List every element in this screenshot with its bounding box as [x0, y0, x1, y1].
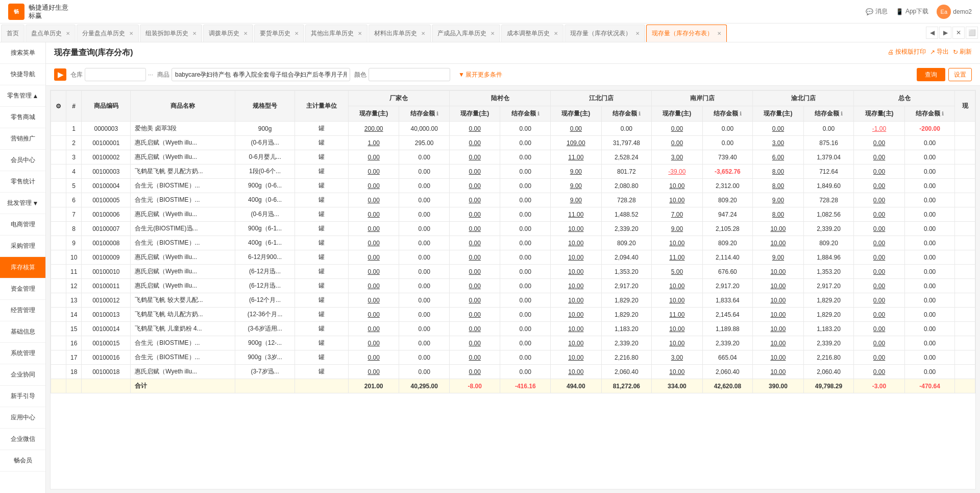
td-factory-qty[interactable]: 0.00 — [348, 265, 399, 279]
tab-close-icon[interactable]: ✕ — [129, 31, 133, 36]
td-jiangbei-qty[interactable]: 9.00 — [551, 179, 601, 193]
td-jiangbei-qty[interactable]: 10.00 — [551, 236, 601, 250]
td-total-qty[interactable]: 0.00 — [854, 179, 904, 193]
td-jiangbei-qty[interactable]: 11.00 — [551, 207, 601, 222]
td-total-qty[interactable]: 0.00 — [854, 336, 904, 350]
td-total-qty[interactable]: 0.00 — [854, 322, 904, 336]
td-total-qty[interactable]: 0.00 — [854, 365, 904, 379]
td-nanan-qty[interactable]: 10.00 — [652, 279, 702, 293]
td-nanan-qty[interactable]: 10.00 — [652, 179, 702, 193]
td-factory-qty[interactable]: 1.00 — [348, 136, 399, 150]
info-icon[interactable]: ℹ — [740, 111, 742, 116]
td-factory-qty[interactable]: 0.00 — [348, 350, 399, 365]
td-total-qty[interactable]: 0.00 — [854, 250, 904, 265]
tab-assemble[interactable]: 组装拆卸单历史 ✕ — [140, 25, 202, 42]
td-yubei-qty[interactable]: 10.00 — [753, 350, 803, 365]
sidebar-item-nav[interactable]: 快捷导航 — [0, 64, 45, 85]
td-yubei-qty[interactable]: 10.00 — [753, 322, 803, 336]
td-jiangbei-qty[interactable]: 9.00 — [551, 165, 601, 179]
td-factory-qty[interactable]: 0.00 — [348, 322, 399, 336]
tab-home[interactable]: 首页 — [1, 25, 24, 42]
td-yubei-qty[interactable]: 8.00 — [753, 165, 803, 179]
tab-close-icon[interactable]: ✕ — [358, 31, 362, 36]
tab-other-out[interactable]: 其他出库单历史 ✕ — [305, 25, 368, 42]
sidebar-item-retail-store[interactable]: 零售商城 — [0, 107, 45, 128]
color-input[interactable] — [369, 68, 450, 81]
td-jiangbei-qty[interactable]: 10.00 — [551, 265, 601, 279]
td-lu-qty[interactable]: 0.00 — [449, 236, 500, 250]
sidebar-item-finance[interactable]: 资金管理 — [0, 278, 45, 300]
sidebar-item-app-center[interactable]: 应用中心 — [0, 407, 45, 429]
td-lu-qty[interactable]: 0.00 — [449, 150, 500, 165]
td-lu-qty[interactable]: 0.00 — [449, 279, 500, 293]
sidebar-item-purchase[interactable]: 采购管理 — [0, 236, 45, 257]
info-icon[interactable]: ℹ — [942, 111, 944, 116]
tab-transfer[interactable]: 调拨单历史 ✕ — [203, 25, 253, 42]
td-yubei-qty[interactable]: 8.00 — [753, 179, 803, 193]
td-lu-qty[interactable]: 0.00 — [449, 265, 500, 279]
table-container[interactable]: ⚙ # 商品编码 商品名称 规格型号 主计量单位 厂家仓 陆村仓 江北门店 南岸… — [50, 90, 976, 489]
td-yubei-qty[interactable]: 10.00 — [753, 308, 803, 322]
td-factory-qty[interactable]: 0.00 — [348, 236, 399, 250]
tab-close-icon[interactable]: ✕ — [192, 31, 197, 36]
product-input[interactable] — [172, 68, 350, 81]
td-nanan-qty[interactable]: 10.00 — [652, 293, 702, 308]
sidebar-item-system[interactable]: 系统管理 — [0, 343, 45, 364]
td-total-qty[interactable]: 0.00 — [854, 222, 904, 236]
td-jiangbei-qty[interactable]: 10.00 — [551, 350, 601, 365]
export-btn[interactable]: ↗ 导出 — [930, 48, 949, 56]
td-total-qty[interactable]: 0.00 — [854, 265, 904, 279]
tab-close-icon[interactable]: ✕ — [554, 31, 558, 36]
td-nanan-qty[interactable]: 11.00 — [652, 308, 702, 322]
sidebar-item-inventory[interactable]: 库存核算 — [0, 257, 45, 278]
td-lu-qty[interactable]: 0.00 — [449, 136, 500, 150]
td-factory-qty[interactable]: 0.00 — [348, 365, 399, 379]
td-jiangbei-qty[interactable]: 10.00 — [551, 322, 601, 336]
sidebar-item-enterprise[interactable]: 企业协同 — [0, 364, 45, 386]
filter-toggle-btn[interactable]: ▶ — [54, 68, 66, 81]
td-lu-qty[interactable]: 0.00 — [449, 365, 500, 379]
td-total-qty[interactable]: 0.00 — [854, 193, 904, 207]
td-total-qty[interactable]: 0.00 — [854, 150, 904, 165]
td-lu-qty[interactable]: 0.00 — [449, 308, 500, 322]
message-btn[interactable]: 💬 消息 — [866, 7, 888, 16]
sidebar-item-weixin[interactable]: 企业微信 — [0, 429, 45, 450]
sidebar-item-retail[interactable]: 零售管理 ▲ — [0, 85, 45, 107]
expand-more-btn[interactable]: ▼ 展开更多条件 — [458, 71, 502, 79]
tab-material-out[interactable]: 材料出库单历史 ✕ — [369, 25, 431, 42]
td-yubei-qty[interactable]: 8.00 — [753, 207, 803, 222]
sidebar-item-search[interactable]: 搜索英单 — [0, 42, 45, 64]
tab-prev-btn[interactable]: ◀ — [926, 27, 938, 39]
td-factory-qty[interactable]: 0.00 — [348, 293, 399, 308]
td-jiangbei-qty[interactable]: 0.00 — [551, 122, 601, 136]
td-nanan-qty[interactable]: 9.00 — [652, 222, 702, 236]
warehouse-ellipsis[interactable]: ··· — [148, 71, 153, 78]
td-factory-qty[interactable]: 200.00 — [348, 122, 399, 136]
td-factory-qty[interactable]: 0.00 — [348, 250, 399, 265]
user-area[interactable]: Ea demo2 — [937, 5, 972, 19]
td-yubei-qty[interactable]: 10.00 — [753, 365, 803, 379]
td-total-qty[interactable]: 0.00 — [854, 136, 904, 150]
td-nanan-qty[interactable]: 5.00 — [652, 265, 702, 279]
td-total-qty[interactable]: 0.00 — [854, 279, 904, 293]
td-lu-qty[interactable]: 0.00 — [449, 222, 500, 236]
td-yubei-qty[interactable]: 10.00 — [753, 336, 803, 350]
sidebar-item-operation[interactable]: 经营管理 — [0, 300, 45, 321]
td-yubei-qty[interactable]: 10.00 — [753, 265, 803, 279]
tab-close-icon[interactable]: ✕ — [66, 31, 70, 36]
td-yubei-qty[interactable]: 6.00 — [753, 150, 803, 165]
td-nanan-qty[interactable]: 3.00 — [652, 350, 702, 365]
td-nanan-qty[interactable]: 0.00 — [652, 122, 702, 136]
td-lu-qty[interactable]: 0.00 — [449, 293, 500, 308]
td-yubei-qty[interactable]: 0.00 — [753, 122, 803, 136]
td-yubei-qty[interactable]: 10.00 — [753, 293, 803, 308]
td-jiangbei-qty[interactable]: 11.00 — [551, 150, 601, 165]
td-jiangbei-qty[interactable]: 9.00 — [551, 193, 601, 207]
td-lu-qty[interactable]: 0.00 — [449, 193, 500, 207]
td-jiangbei-qty[interactable]: 10.00 — [551, 293, 601, 308]
td-lu-qty[interactable]: 0.00 — [449, 336, 500, 350]
sidebar-item-member2[interactable]: 畅会员 — [0, 450, 45, 472]
tab-order[interactable]: 要货单历史 ✕ — [254, 25, 304, 42]
td-nanan-qty[interactable]: 10.00 — [652, 365, 702, 379]
sidebar-item-member[interactable]: 会员中心 — [0, 150, 45, 171]
